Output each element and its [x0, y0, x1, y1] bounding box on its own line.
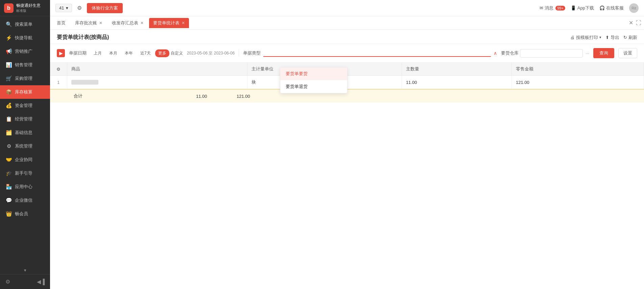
tab-requisition[interactable]: 要货单统计表✕: [149, 18, 189, 28]
dropdown-item-requisition[interactable]: 要货单要货: [280, 67, 347, 80]
tab-batch[interactable]: 库存批次账✕: [71, 18, 106, 28]
cell-product: [67, 76, 247, 89]
sidebar-scroll-down[interactable]: ▾: [0, 266, 50, 274]
tab-bar-right: ✕ ⛶: [629, 20, 641, 26]
marketing-icon: 📢: [5, 48, 12, 55]
export-icon: ⬆: [605, 35, 609, 40]
filter-more-dots[interactable]: ···: [586, 51, 589, 56]
message-action[interactable]: ✉ 消息 99+: [540, 5, 565, 11]
cell-qty: 11.00: [402, 76, 511, 89]
finance-icon: 💰: [5, 102, 12, 109]
col-amount: 零售金额: [511, 63, 644, 76]
filter-type-area: 单据类型 ∧: [243, 50, 497, 57]
sidebar-item-wecom[interactable]: 💬企业微信: [0, 194, 50, 207]
system-icon: ⚙: [5, 143, 12, 150]
refresh-button[interactable]: ↻ 刷新: [623, 35, 637, 41]
type-filter-arrow[interactable]: ∧: [494, 50, 497, 56]
sidebar-item-member[interactable]: 👑畅会员: [0, 207, 50, 221]
page-actions: 🖨 按模板打印 ▾ ⬆ 导出 ↻ 刷新: [570, 35, 637, 41]
date-btn-this-year[interactable]: 本年: [122, 49, 136, 58]
main-area: 41 ▾ ⚙ 体验行业方案 ✉ 消息 99+ 📱 App下载 🎧 在线客服 Ri…: [50, 0, 644, 289]
sidebar-item-guide[interactable]: 🎓新手引导: [0, 166, 50, 180]
chevron-down-icon: ▾: [24, 268, 26, 273]
footer-total-label: 合计: [71, 93, 156, 99]
date-range-text: 2023-05-06 至 2023-06-06: [187, 50, 235, 56]
shortcut-icon: ⚡: [5, 35, 12, 41]
date-btn-last-month[interactable]: 上月: [91, 49, 105, 58]
sidebar-item-finance[interactable]: 💰资金管理: [0, 99, 50, 112]
sidebar-item-enterprise[interactable]: 🤝企业协同: [0, 153, 50, 166]
page-inner: 要货单统计表(按商品) 🖨 按模板打印 ▾ ⬆ 导出 ↻ 刷新: [50, 30, 644, 289]
warehouse-filter-input[interactable]: [520, 49, 583, 58]
tab-receivable[interactable]: 收发存汇总表✕: [108, 18, 148, 28]
operation-icon: 📋: [5, 116, 12, 123]
tab-bar: 首页库存批次账✕收发存汇总表✕要货单统计表✕ ✕ ⛶: [50, 16, 644, 30]
col-settings[interactable]: ⚙: [50, 63, 67, 76]
settings-action-button[interactable]: 设置: [618, 48, 637, 58]
date-btn-custom[interactable]: 自定义: [171, 50, 183, 56]
app-download-action[interactable]: 📱 App下载: [571, 5, 594, 11]
sidebar-item-operation[interactable]: 📋经营管理: [0, 112, 50, 126]
col-qty: 主数量: [402, 63, 511, 76]
refresh-icon: ↻: [623, 35, 627, 40]
sidebar-item-sales[interactable]: 📊销售管理: [0, 58, 50, 72]
settings-icon[interactable]: ⚙: [5, 279, 10, 285]
tab-close-batch[interactable]: ✕: [99, 21, 102, 25]
close-all-icon[interactable]: ✕: [629, 20, 633, 26]
sidebar-item-appstore[interactable]: 🏪应用中心: [0, 180, 50, 194]
filter-bar: ▶ 单据日期 上月 本月 本年 近7天 更多 自定义 2023-05-06 至 …: [50, 44, 644, 63]
header-left: 41 ▾ ⚙ 体验行业方案: [55, 3, 123, 13]
top-header: 41 ▾ ⚙ 体验行业方案 ✉ 消息 99+ 📱 App下载 🎧 在线客服 Ri…: [50, 0, 644, 16]
cell-amount: 121.00: [511, 76, 644, 89]
type-filter-input[interactable]: [263, 50, 491, 57]
filter-divider: [239, 50, 239, 57]
type-dropdown: 要货单要货 要货单退货: [280, 67, 348, 93]
date-btn-this-month[interactable]: 本月: [106, 49, 120, 58]
sidebar-item-search[interactable]: 🔍搜索菜单: [0, 18, 50, 31]
header-settings-button[interactable]: ⚙: [75, 3, 84, 13]
sidebar-item-shortcut[interactable]: ⚡快捷导航: [0, 31, 50, 45]
sidebar-item-marketing[interactable]: 📢营销推广: [0, 45, 50, 58]
tab-close-receivable[interactable]: ✕: [140, 21, 144, 25]
store-selector[interactable]: 41 ▾: [55, 4, 72, 12]
cell-rownum: 1: [50, 76, 67, 89]
filter-warehouse-area: 要货仓库 ···: [501, 49, 589, 58]
mobile-icon: 📱: [571, 5, 576, 10]
expand-icon[interactable]: ⛶: [636, 20, 641, 26]
export-button[interactable]: ⬆ 导出: [605, 35, 619, 41]
page-header: 要货单统计表(按商品) 🖨 按模板打印 ▾ ⬆ 导出 ↻ 刷新: [50, 30, 644, 44]
collapse-icon[interactable]: ◀▐: [37, 279, 45, 285]
appstore-icon: 🏪: [5, 183, 12, 190]
chevron-down-icon: ▾: [66, 5, 68, 10]
tab-close-requisition[interactable]: ✕: [182, 21, 185, 25]
dropdown-item-return[interactable]: 要货单退货: [280, 80, 347, 93]
chevron-down-icon: ▾: [599, 35, 601, 40]
trial-btn[interactable]: 体验行业方案: [87, 3, 123, 13]
store-number: 41: [59, 5, 64, 10]
page-title: 要货单统计表(按商品): [57, 34, 109, 41]
sidebar-item-inventory[interactable]: 📦库存核算: [0, 85, 50, 99]
message-badge: 99+: [555, 6, 565, 10]
warehouse-filter-label: 要货仓库: [501, 50, 519, 56]
tab-home[interactable]: 首页: [53, 18, 70, 28]
logo-icon: b: [4, 3, 14, 13]
avatar[interactable]: Rit: [629, 3, 639, 13]
sidebar-item-basic[interactable]: 🗂️基础信息: [0, 126, 50, 139]
enterprise-icon: 🤝: [5, 156, 12, 163]
date-shortcuts: 上月 本月 本年 近7天 更多 自定义: [91, 49, 183, 58]
footer-amount: 121.00: [237, 94, 277, 99]
sidebar-item-purchase[interactable]: 🛒采购管理: [0, 72, 50, 85]
date-btn-more[interactable]: 更多: [155, 49, 169, 57]
sidebar-item-system[interactable]: ⚙系统管理: [0, 139, 50, 153]
headset-icon: 🎧: [599, 5, 605, 10]
filter-expand-button[interactable]: ▶: [57, 49, 65, 57]
print-button[interactable]: 🖨 按模板打印 ▾: [570, 35, 601, 41]
date-filter-label: 单据日期: [69, 50, 87, 56]
page-content: 要货单统计表(按商品) 🖨 按模板打印 ▾ ⬆ 导出 ↻ 刷新: [50, 30, 644, 289]
date-btn-last-7days[interactable]: 近7天: [137, 49, 154, 58]
online-service-action[interactable]: 🎧 在线客服: [599, 5, 624, 11]
sales-icon: 📊: [5, 62, 12, 68]
print-icon: 🖨: [570, 35, 575, 40]
footer-qty: 11.00: [196, 94, 237, 99]
query-button[interactable]: 查询: [593, 48, 614, 58]
